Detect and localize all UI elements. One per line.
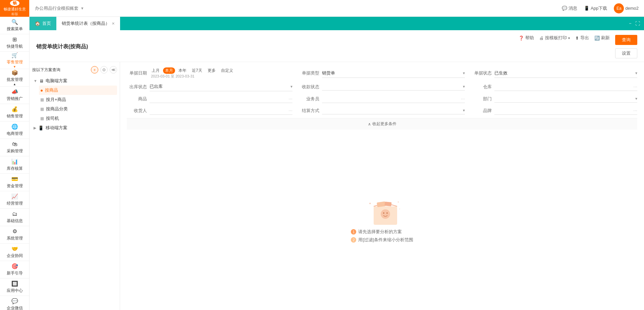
sidebar-item-system[interactable]: ⚙ 系统管理 <box>0 226 29 244</box>
payment-status-select[interactable]: ▾ <box>322 83 465 91</box>
brand-input[interactable]: ··· <box>494 106 637 115</box>
username: demo2 <box>625 6 639 11</box>
user-btn[interactable]: Ea demo2 <box>614 3 639 13</box>
sidebar-label-wechat: 企业微信 <box>7 305 23 310</box>
sidebar-label-marketing: 营销推广 <box>7 96 23 102</box>
type-select[interactable]: 销货单 ▾ <box>322 69 465 78</box>
query-button[interactable]: 查询 <box>615 35 637 45</box>
sidebar-item-guide[interactable]: 🎯 新手引导 <box>0 261 29 278</box>
by-category-label: 按商品分类 <box>46 106 68 112</box>
sidebar-item-wechat[interactable]: 💬 企业微信 <box>0 296 29 310</box>
sidebar-item-purchase[interactable]: 🛍 采购管理 <box>0 139 29 156</box>
outbound-label: 出库状态 <box>127 84 147 90</box>
warehouse-input[interactable]: ··· <box>494 83 637 91</box>
sidebar-item-inventory[interactable]: 📊 库存核算 <box>0 156 29 174</box>
apps-icon: 🔲 <box>11 280 18 287</box>
filter-type: 单据类型 销货单 ▾ <box>299 67 465 79</box>
collapse-panel-btn[interactable]: ≪ <box>110 66 117 73</box>
sidebar-label-guide: 新手引导 <box>7 270 23 276</box>
app-download-btn[interactable]: 📱 App下载 <box>584 5 607 11</box>
status-select[interactable]: 已生效 ▾ <box>494 69 637 78</box>
staff-label: 业务员 <box>299 96 319 102</box>
empty-svg: ✦ ✦ ✦ <box>365 191 406 231</box>
avatar: Ea <box>614 3 624 13</box>
guide-icon: 🎯 <box>11 263 18 269</box>
empty-illustration: ✦ ✦ ✦ <box>365 191 399 225</box>
maximize-icon[interactable]: ⛶ <box>635 21 640 26</box>
tree-item-by-product[interactable]: ● 按商品 <box>39 86 117 95</box>
purchase-icon: 🛍 <box>12 141 17 147</box>
hint-num-2: 2 <box>351 237 356 243</box>
tree-item-by-category[interactable]: ▦ 按商品分类 <box>39 104 117 114</box>
refresh-btn[interactable]: 🔄 刷新 <box>594 35 610 41</box>
help-icon: ❓ <box>519 36 524 41</box>
sidebar-item-apps[interactable]: 🔲 应用中心 <box>0 278 29 296</box>
desktop-label: 电脑端方案 <box>46 78 67 84</box>
tree-item-by-month-product[interactable]: ▦ 按月+商品 <box>39 95 117 104</box>
svg-rect-2 <box>384 202 391 206</box>
date-btn-custom[interactable]: 自定义 <box>219 67 235 74</box>
date-btn-this-year[interactable]: 本年 <box>176 67 189 74</box>
tab-home-label: 首页 <box>42 20 51 27</box>
filter-status: 单据状态 已生效 ▾ <box>472 67 637 79</box>
sales-icon: 💰 <box>11 106 18 112</box>
export-btn[interactable]: ⬆ 导出 <box>575 35 589 41</box>
by-cashier-label: 按司机 <box>46 115 59 121</box>
svg-text:✦: ✦ <box>399 208 400 210</box>
product-dots[interactable]: ··· <box>288 96 292 101</box>
date-btn-7days[interactable]: 近7天 <box>190 67 204 74</box>
edit-scheme-btn[interactable]: ⊙ <box>100 66 108 73</box>
mobile-group[interactable]: ▶ 📱 移动端方案 <box>32 123 117 133</box>
sidebar-item-finance[interactable]: 💳 资金管理 <box>0 174 29 191</box>
close-tab-icon[interactable]: ✕ <box>112 21 115 26</box>
sidebar-item-ecommerce[interactable]: 🌐 电商管理 <box>0 121 29 139</box>
message-btn[interactable]: 💬 消息 <box>562 5 577 11</box>
refresh-icon: 🔄 <box>594 36 600 41</box>
desktop-group[interactable]: ▼ 🖥 电脑端方案 <box>32 76 117 86</box>
settings-button[interactable]: 设置 <box>615 48 637 58</box>
status-label: 单据状态 <box>472 70 492 76</box>
type-value: 销货单 <box>322 70 335 76</box>
sidebar-label-inventory: 库存核算 <box>7 166 23 171</box>
date-range-text: 2023-03-01 至 2023-03-31 <box>151 74 235 79</box>
date-btn-more[interactable]: 更多 <box>206 67 218 74</box>
staff-dots[interactable]: ··· <box>461 96 465 101</box>
collapse-bar[interactable]: ∧ 收起更多条件 <box>127 118 637 130</box>
payment-method-label: 结算方式 <box>299 108 319 114</box>
sidebar-item-basic[interactable]: 🗂 基础信息 <box>0 209 29 226</box>
brand-dots[interactable]: ··· <box>633 108 637 113</box>
receiver-input[interactable]: ··· <box>150 106 292 115</box>
type-dropdown-icon: ▾ <box>463 71 465 75</box>
add-scheme-btn[interactable]: ＋ <box>91 66 98 73</box>
status-dropdown-icon: ▾ <box>635 71 637 75</box>
staff-input[interactable]: ··· <box>322 95 465 103</box>
sidebar-item-shortcut[interactable]: ⊞ 快捷导航 <box>0 34 29 52</box>
outbound-select[interactable]: 已出库 ▾ <box>150 82 292 91</box>
empty-hint-2: 2 用[过滤]条件来缩小分析范围 <box>351 237 413 243</box>
tree-item-by-cashier[interactable]: ▦ 按司机 <box>39 114 117 123</box>
date-btn-last-month[interactable]: 上月 <box>150 67 162 74</box>
sidebar-item-wholesale[interactable]: 📦 批发管理 ▲ <box>0 69 29 87</box>
receiver-dots[interactable]: ··· <box>288 108 292 113</box>
minimize-icon[interactable]: － <box>628 20 633 27</box>
payment-method-select[interactable]: ▾ <box>322 107 465 114</box>
filter-warehouse: 仓库 ··· <box>472 82 637 91</box>
sidebar-item-retail[interactable]: 🛒 零售管理 ▼ <box>0 52 29 69</box>
dept-select[interactable]: ▾ <box>494 95 637 103</box>
filter-row-3: 商品 ··· 业务员 ··· 部门 <box>127 95 637 103</box>
sidebar-item-search[interactable]: 🔍 搜索菜单 <box>0 17 29 34</box>
tab-home[interactable]: 🏠 首页 <box>30 17 56 30</box>
sidebar-item-operations[interactable]: 📈 经营管理 <box>0 191 29 209</box>
outbound-dropdown-icon: ▾ <box>290 84 292 89</box>
sidebar-item-sales[interactable]: 💰 销售管理 <box>0 104 29 121</box>
product-input[interactable]: ··· <box>150 95 292 103</box>
filter-row-1: 单据日期 上月 本月 本年 近7天 更多 自定义 <box>127 67 637 79</box>
sidebar-item-collab[interactable]: 🤝 企业协同 <box>0 244 29 261</box>
breadcrumb-arrow[interactable]: ▾ <box>81 6 84 11</box>
tab-stats[interactable]: 销货单统计表（按商品） ✕ <box>56 17 120 30</box>
date-btn-this-month[interactable]: 本月 <box>163 67 175 74</box>
sidebar-item-marketing[interactable]: 📣 营销推广 <box>0 87 29 104</box>
help-btn[interactable]: ❓ 帮助 <box>519 35 534 41</box>
template-print-btn[interactable]: 🖨 按模板打印 ▾ <box>539 35 570 41</box>
warehouse-dots[interactable]: ··· <box>633 84 637 89</box>
